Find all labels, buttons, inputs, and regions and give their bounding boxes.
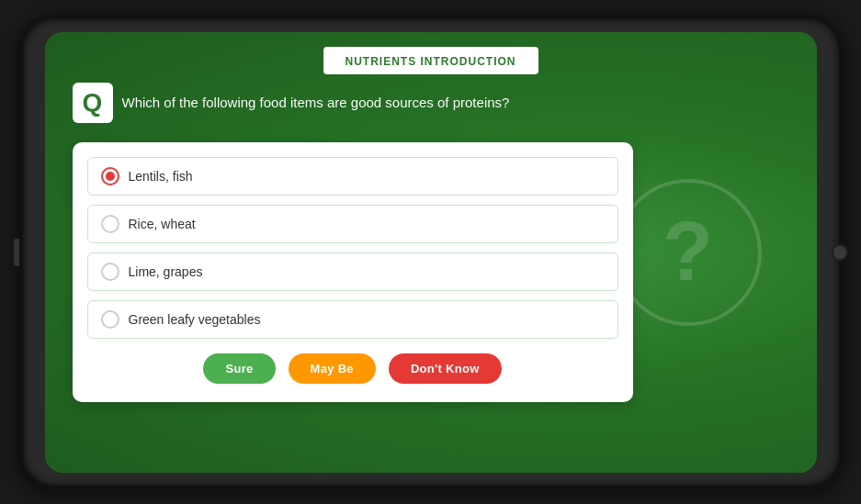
radio-4[interactable] — [101, 310, 119, 329]
buttons-row: Sure May Be Don't Know — [87, 353, 618, 384]
title-bar: NUTRIENTS INTRODUCTION — [323, 47, 538, 74]
option-row-3[interactable]: Lime, grapes — [87, 252, 618, 291]
q-badge: Q — [73, 83, 113, 123]
option-row-2[interactable]: Rice, wheat — [87, 205, 618, 243]
option-row-1[interactable]: Lentils, fish — [87, 157, 618, 196]
maybe-button[interactable]: May Be — [289, 353, 376, 384]
bg-question-mark-glyph: ? — [663, 205, 713, 299]
option-label-1: Lentils, fish — [129, 169, 193, 184]
title-text: NUTRIENTS INTRODUCTION — [346, 55, 516, 68]
option-label-4: Green leafy vegetables — [129, 312, 261, 327]
radio-1[interactable] — [101, 167, 119, 185]
option-label-2: Rice, wheat — [129, 217, 196, 231]
bg-question-mark-circle: ? — [615, 179, 762, 326]
question-text: Which of the following food items are go… — [122, 93, 510, 112]
tablet-button-right — [832, 244, 848, 261]
question-area: Q Which of the following food items are … — [73, 83, 633, 123]
sure-button[interactable]: Sure — [203, 353, 275, 384]
radio-2[interactable] — [101, 215, 119, 233]
option-row-4[interactable]: Green leafy vegetables — [87, 300, 618, 339]
option-label-3: Lime, grapes — [129, 264, 203, 279]
screen: ? NUTRIENTS INTRODUCTION Q Which of the … — [45, 32, 817, 473]
tablet-button-left — [14, 239, 19, 266]
dontknow-button[interactable]: Don't Know — [389, 353, 502, 384]
q-letter: Q — [83, 88, 103, 118]
radio-inner-1 — [106, 172, 115, 181]
tablet-frame: ? NUTRIENTS INTRODUCTION Q Which of the … — [17, 14, 844, 491]
answer-card: Lentils, fish Rice, wheat Lime, grapes G… — [73, 142, 633, 402]
radio-3[interactable] — [101, 263, 119, 281]
